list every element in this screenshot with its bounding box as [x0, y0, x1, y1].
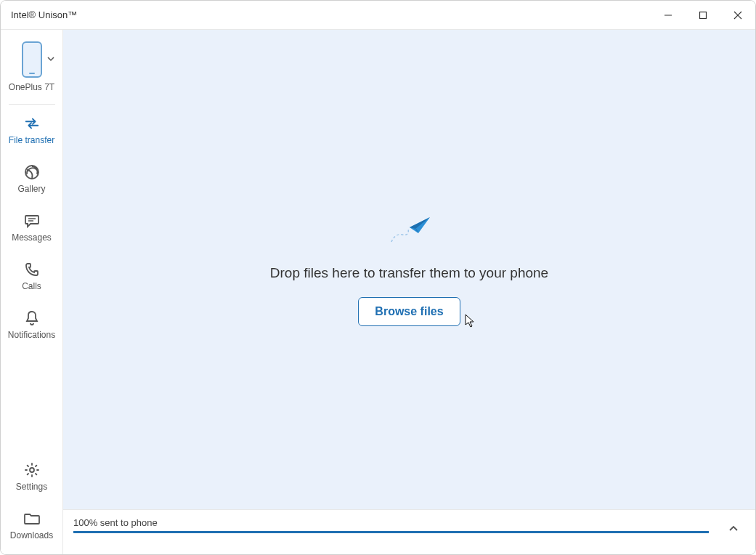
sidebar-item-label: Downloads	[10, 530, 53, 540]
paper-plane-icon	[388, 213, 431, 249]
expand-status-button[interactable]	[722, 517, 745, 540]
chevron-down-icon	[46, 53, 55, 66]
titlebar: Intel® Unison™	[1, 1, 755, 30]
minimize-icon	[664, 11, 672, 20]
window-controls	[651, 1, 755, 29]
transfer-status-text: 100% sent to phone	[73, 517, 709, 531]
drop-text: Drop files here to transfer them to your…	[270, 265, 548, 281]
divider	[9, 104, 55, 105]
sidebar-item-label: Notifications	[8, 330, 55, 340]
browse-files-button[interactable]: Browse files	[358, 297, 460, 326]
device-selector[interactable]: OnePlus 7T	[1, 39, 62, 102]
file-drop-area[interactable]: Drop files here to transfer them to your…	[63, 30, 755, 509]
folder-icon	[24, 511, 40, 527]
calls-icon	[24, 262, 40, 278]
gallery-icon	[24, 164, 40, 180]
sidebar-item-calls[interactable]: Calls	[1, 252, 62, 301]
minimize-button[interactable]	[651, 1, 686, 29]
messages-icon	[24, 213, 40, 229]
svg-point-7	[30, 468, 34, 472]
main-area: Drop files here to transfer them to your…	[63, 30, 755, 554]
phone-icon	[22, 41, 42, 78]
transfer-icon	[24, 116, 40, 131]
sidebar-item-label: Calls	[22, 281, 41, 291]
close-button[interactable]	[720, 1, 755, 29]
sidebar-item-gallery[interactable]: Gallery	[1, 155, 62, 203]
device-label: OnePlus 7T	[9, 82, 54, 92]
gear-icon	[24, 462, 40, 478]
chevron-up-icon	[728, 524, 739, 534]
sidebar-item-downloads[interactable]: Downloads	[1, 501, 62, 550]
sidebar-item-label: Gallery	[17, 184, 45, 194]
window-title: Intel® Unison™	[11, 9, 77, 20]
sidebar-item-label: Messages	[12, 232, 52, 243]
sidebar-item-label: File transfer	[9, 135, 54, 145]
status-bar: 100% sent to phone	[63, 509, 755, 554]
svg-rect-1	[700, 12, 707, 18]
bell-icon	[24, 310, 40, 326]
sidebar-item-file-transfer[interactable]: File transfer	[1, 106, 62, 155]
maximize-button[interactable]	[686, 1, 720, 29]
sidebar: OnePlus 7T File transfer Gallery Mes	[1, 30, 63, 554]
sidebar-item-notifications[interactable]: Notifications	[1, 301, 62, 349]
close-icon	[733, 11, 742, 20]
maximize-icon	[699, 11, 707, 20]
transfer-progress-bar	[73, 531, 709, 533]
sidebar-item-messages[interactable]: Messages	[1, 203, 62, 252]
sidebar-item-label: Settings	[16, 482, 47, 492]
sidebar-item-settings[interactable]: Settings	[1, 453, 62, 501]
